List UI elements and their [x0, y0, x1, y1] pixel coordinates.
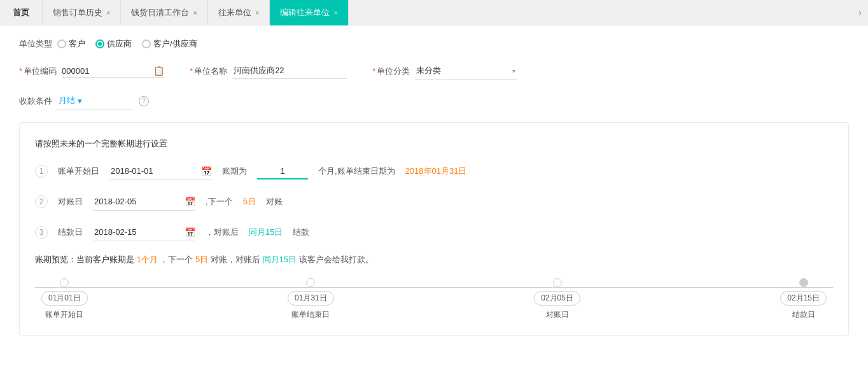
unit-name-label: *单位名称 — [190, 66, 227, 77]
close-sales-history-icon[interactable]: × — [106, 9, 110, 17]
preview-3: 同月15日 — [263, 255, 297, 264]
timeline-points: 01月01日 账单开始日 01月31日 账单结束日 02月05日 对账日 02月… — [35, 278, 833, 320]
period-row-2: 2 对账日 📅 ,下一个 5日 对账 — [35, 193, 833, 211]
period-month-input[interactable] — [257, 164, 308, 179]
timeline-label-end: 账单结束日 — [291, 309, 330, 320]
unit-category-label: *单位分类 — [372, 66, 410, 77]
close-cash-work-icon[interactable]: × — [193, 9, 197, 17]
payment-arrow-icon: ▾ — [78, 96, 82, 106]
tab-bar: 首页 销售订单历史 × 钱货日清工作台 × 往来单位 × 编辑往来单位 × › — [0, 0, 868, 25]
timeline-dot-start — [60, 278, 69, 287]
period-3-desc-suffix: 结款 — [293, 227, 309, 238]
timeline-point-reconcile: 02月05日 对账日 — [534, 278, 580, 320]
unit-code-input[interactable] — [62, 66, 151, 76]
help-icon[interactable]: ? — [139, 96, 149, 106]
unit-code-input-wrapper: 📋 — [62, 64, 164, 78]
unit-code-calendar-icon[interactable]: 📋 — [153, 66, 164, 76]
period-label-3: 结款日 — [58, 227, 83, 238]
timeline-label-start: 账单开始日 — [45, 309, 83, 320]
unit-code-label: *单位编码 — [19, 66, 57, 77]
unit-name-input[interactable] — [232, 64, 347, 79]
timeline-dot-end — [306, 278, 315, 287]
period-3-date-input-wrapper: 📅 — [93, 223, 195, 241]
period-2-date-input-wrapper: 📅 — [93, 193, 195, 211]
unit-category-value: 未分类 — [416, 65, 510, 76]
period-num-3: 3 — [35, 226, 48, 239]
card-instruction: 请按照未来的一个完整帐期进行设置 — [35, 138, 833, 150]
radio-both[interactable]: 客户/供应商 — [142, 38, 197, 50]
unit-info-row: *单位编码 📋 *单位名称 *单位分类 未分类 ▾ — [19, 62, 849, 80]
period-row-1: 1 账单开始日 📅 账期为 个月,账单结束日期为 2018年01月31日 — [35, 162, 833, 180]
period-num-1: 1 — [35, 165, 48, 178]
radio-both-label: 客户/供应商 — [153, 38, 197, 50]
tab-edit-partner[interactable]: 编辑往来单位 × — [270, 0, 348, 25]
unit-type-field: 单位类型 客户 供应商 客户/供应商 — [19, 38, 197, 50]
unit-type-label: 单位类型 — [19, 38, 52, 50]
unit-name-field: *单位名称 — [190, 64, 347, 79]
period-2-desc-suffix: 对账 — [266, 196, 283, 208]
period-num-2: 2 — [35, 195, 48, 208]
period-label-text: 账期为 — [222, 165, 247, 177]
timeline-tag-payment: 02月15日 — [780, 291, 827, 306]
radio-customer-circle — [57, 39, 66, 48]
period-1-date-input-wrapper: 📅 — [109, 162, 212, 180]
period-label-2: 对账日 — [58, 196, 83, 208]
radio-supplier-label: 供应商 — [107, 38, 132, 50]
preview-section: 账期预览：当前客户账期是 1个月 ，下一个 5日 对账，对账后 同月15日 该客… — [35, 254, 833, 265]
payment-value: 月结 — [59, 95, 75, 106]
close-partner-icon[interactable]: × — [255, 9, 259, 17]
unit-type-row: 单位类型 客户 供应商 客户/供应商 — [19, 38, 849, 50]
preview-1: 1个月 — [137, 255, 158, 264]
period-settings-card: 请按照未来的一个完整帐期进行设置 1 账单开始日 📅 账期为 个月,账单结束日期… — [19, 122, 849, 336]
timeline-label-reconcile: 对账日 — [546, 309, 569, 320]
period-2-desc-prefix: ,下一个 — [206, 196, 233, 208]
period-2-calendar-icon[interactable]: 📅 — [185, 197, 195, 207]
period-row-3: 3 结款日 📅 ，对账后 同月15日 结款 — [35, 223, 833, 241]
period-1-date-input[interactable] — [109, 164, 199, 178]
radio-customer[interactable]: 客户 — [57, 38, 85, 50]
close-edit-partner-icon[interactable]: × — [333, 9, 337, 17]
period-label-1: 账单开始日 — [58, 165, 99, 177]
period-1-calendar-icon[interactable]: 📅 — [201, 166, 212, 176]
timeline-tag-start: 01月01日 — [41, 291, 88, 306]
tab-scroll-right-icon[interactable]: › — [852, 7, 868, 18]
period-3-desc-prefix: ，对账后 — [206, 227, 239, 238]
timeline-dot-payment — [799, 278, 808, 287]
tab-partner[interactable]: 往来单位 × — [208, 0, 270, 25]
radio-supplier[interactable]: 供应商 — [95, 38, 132, 50]
tab-cash-work[interactable]: 钱货日清工作台 × — [121, 0, 207, 25]
preview-sep1: ，下一个 — [160, 255, 193, 264]
radio-customer-label: 客户 — [69, 38, 85, 50]
preview-2: 5日 — [195, 255, 208, 264]
unit-category-dropdown[interactable]: 未分类 ▾ — [415, 62, 517, 80]
timeline-point-end: 01月31日 账单结束日 — [288, 278, 334, 320]
radio-both-circle — [142, 39, 151, 48]
unit-code-field: *单位编码 📋 — [19, 64, 164, 78]
period-unit-text: 个月,账单结束日期为 — [318, 165, 395, 177]
payment-row: 收款条件 月结 ▾ ? — [19, 92, 849, 109]
unit-category-field: *单位分类 未分类 ▾ — [372, 62, 517, 80]
period-3-calendar-icon[interactable]: 📅 — [185, 227, 195, 237]
payment-dropdown[interactable]: 月结 ▾ — [57, 92, 134, 109]
preview-end: 该客户会给我打款。 — [299, 255, 374, 264]
payment-field: 收款条件 月结 ▾ ? — [19, 92, 149, 109]
unit-type-radio-group: 客户 供应商 客户/供应商 — [57, 38, 197, 50]
tab-sales-history[interactable]: 销售订单历史 × — [43, 0, 121, 25]
timeline-label-payment: 结款日 — [792, 309, 815, 320]
period-2-desc-highlight: 5日 — [243, 196, 256, 208]
period-2-date-input[interactable] — [93, 194, 182, 209]
timeline-tag-end: 01月31日 — [288, 291, 334, 306]
timeline: 01月01日 账单开始日 01月31日 账单结束日 02月05日 对账日 02月… — [35, 278, 833, 320]
period-3-date-input[interactable] — [93, 225, 182, 239]
main-content: 单位类型 客户 供应商 客户/供应商 *单位编码 — [0, 25, 868, 387]
unit-category-arrow-icon: ▾ — [512, 67, 515, 74]
period-3-desc-highlight: 同月15日 — [249, 227, 283, 238]
preview-label: 账期预览：当前客户账期是 — [35, 255, 134, 264]
radio-supplier-circle — [95, 39, 104, 48]
payment-label: 收款条件 — [19, 95, 52, 107]
timeline-point-payment: 02月15日 结款日 — [780, 278, 827, 320]
tab-home[interactable]: 首页 — [0, 0, 43, 25]
timeline-dot-reconcile — [553, 278, 562, 287]
preview-sep2: 对账，对账后 — [211, 255, 260, 264]
timeline-tag-reconcile: 02月05日 — [534, 291, 580, 306]
